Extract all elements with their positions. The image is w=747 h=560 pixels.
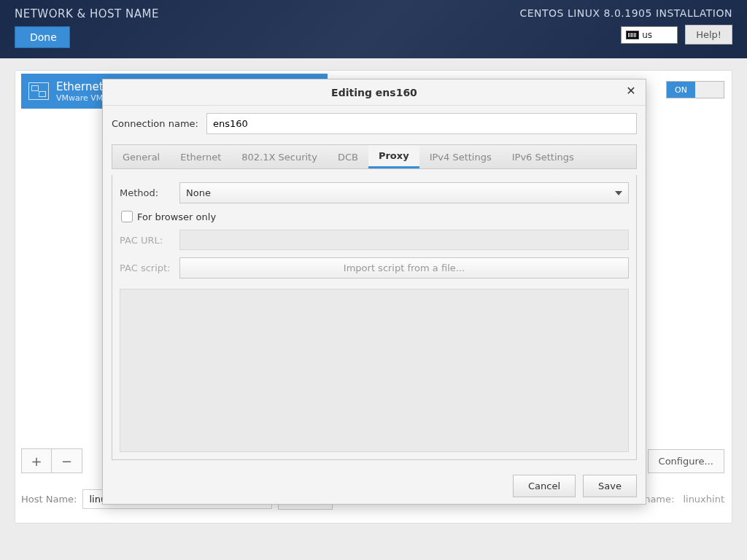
current-hostname-value: linuxhint bbox=[683, 494, 724, 505]
pac-url-input bbox=[179, 230, 629, 250]
dialog-title-bar: Editing ens160 ✕ bbox=[103, 79, 646, 106]
toggle-handle bbox=[695, 82, 724, 98]
keyboard-indicator[interactable]: us bbox=[621, 26, 678, 44]
browser-only-label: For browser only bbox=[137, 211, 216, 222]
tab-ipv6[interactable]: IPv6 Settings bbox=[502, 145, 584, 168]
tab-ipv4[interactable]: IPv4 Settings bbox=[419, 145, 502, 168]
browser-only-checkbox[interactable] bbox=[121, 211, 133, 222]
edit-connection-dialog: Editing ens160 ✕ Connection name: Genera… bbox=[102, 79, 646, 505]
connection-name-input[interactable] bbox=[206, 113, 637, 134]
tab-general[interactable]: General bbox=[112, 145, 170, 168]
dialog-tabs: General Ethernet 802.1X Security DCB Pro… bbox=[112, 144, 637, 169]
install-title: CENTOS LINUX 8.0.1905 INSTALLATION bbox=[519, 7, 732, 19]
pac-script-textarea bbox=[120, 289, 629, 452]
help-button[interactable]: Help! bbox=[685, 25, 732, 44]
tab-proxy[interactable]: Proxy bbox=[368, 145, 419, 168]
keyboard-icon bbox=[626, 31, 639, 39]
proxy-method-value: None bbox=[186, 187, 211, 198]
page-title: NETWORK & HOST NAME bbox=[15, 7, 159, 20]
ethernet-icon bbox=[28, 82, 49, 100]
pac-script-label: PAC script: bbox=[120, 262, 172, 273]
close-icon[interactable]: ✕ bbox=[624, 84, 638, 98]
import-script-button[interactable]: Import script from a file... bbox=[179, 257, 629, 279]
tab-dcb[interactable]: DCB bbox=[328, 145, 368, 168]
connection-name-label: Connection name: bbox=[112, 118, 201, 129]
cancel-button[interactable]: Cancel bbox=[513, 475, 576, 497]
pac-url-label: PAC URL: bbox=[120, 235, 172, 246]
proxy-method-select[interactable]: None bbox=[179, 182, 629, 203]
done-button[interactable]: Done bbox=[15, 26, 70, 48]
tab-ethernet[interactable]: Ethernet bbox=[170, 145, 231, 168]
proxy-tab-content: Method: None For browser only PAC URL: P… bbox=[112, 175, 637, 460]
toggle-on-label: ON bbox=[667, 82, 695, 98]
method-label: Method: bbox=[120, 187, 172, 198]
dialog-title: Editing ens160 bbox=[331, 87, 417, 98]
installer-header: NETWORK & HOST NAME Done CENTOS LINUX 8.… bbox=[0, 0, 747, 58]
save-button[interactable]: Save bbox=[583, 475, 637, 497]
chevron-down-icon bbox=[615, 191, 622, 195]
configure-button[interactable]: Configure... bbox=[648, 449, 724, 473]
keyboard-layout: us bbox=[642, 30, 652, 40]
interface-toggle[interactable]: ON bbox=[666, 81, 724, 98]
tab-8021x[interactable]: 802.1X Security bbox=[231, 145, 328, 168]
remove-interface-button[interactable]: − bbox=[52, 448, 82, 473]
add-interface-button[interactable]: + bbox=[21, 448, 52, 473]
hostname-label: Host Name: bbox=[21, 494, 77, 505]
